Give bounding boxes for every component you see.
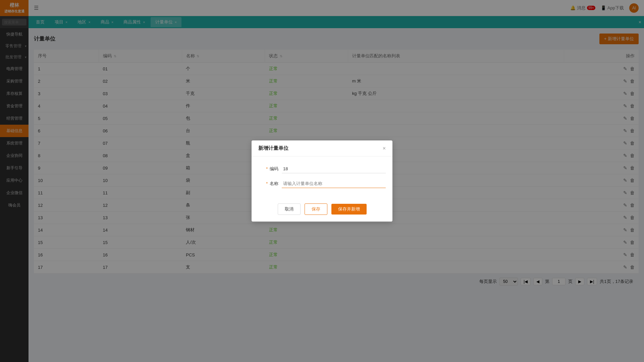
code-input[interactable] — [282, 165, 386, 173]
cancel-button[interactable]: 取消 — [278, 203, 301, 215]
modal-overlay[interactable]: 新增计量单位 × * 编码 * 名称 取消 保存 保存并新增 — [0, 0, 644, 362]
required-mark: * — [266, 166, 268, 171]
save-button[interactable]: 保存 — [305, 203, 327, 215]
required-mark: * — [266, 181, 268, 186]
form-label-code: * 编码 — [258, 166, 278, 172]
modal-body: * 编码 * 名称 — [252, 157, 392, 199]
form-row-code: * 编码 — [258, 165, 386, 173]
form-row-name: * 名称 — [258, 179, 386, 188]
modal-header: 新增计量单位 × — [252, 140, 392, 157]
name-input[interactable] — [282, 179, 386, 188]
form-label-name: * 名称 — [258, 181, 278, 187]
add-unit-modal: 新增计量单位 × * 编码 * 名称 取消 保存 保存并新增 — [252, 140, 392, 222]
modal-close-button[interactable]: × — [383, 145, 386, 152]
modal-footer: 取消 保存 保存并新增 — [252, 199, 392, 222]
save-and-add-button[interactable]: 保存并新增 — [331, 204, 367, 215]
modal-title: 新增计量单位 — [258, 145, 288, 152]
